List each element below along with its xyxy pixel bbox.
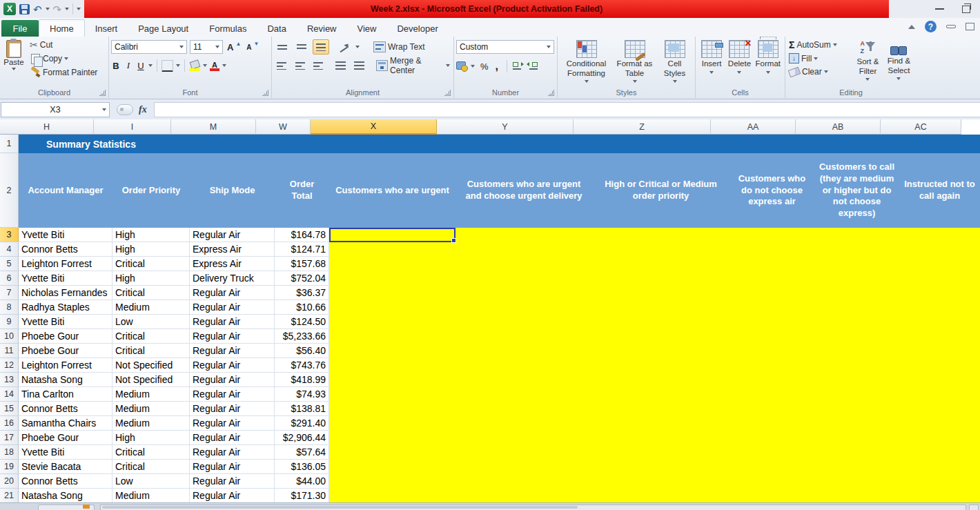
cell-H3[interactable]: Yvette Biti <box>19 228 112 242</box>
cell-I17[interactable]: High <box>112 431 190 445</box>
cell-AA12[interactable] <box>729 358 814 373</box>
cell-M19[interactable]: Regular Air <box>190 460 275 474</box>
cell-AC6[interactable] <box>899 271 980 286</box>
cell-AC5[interactable] <box>899 257 980 271</box>
cell-X6[interactable] <box>329 271 455 286</box>
cell-AA5[interactable] <box>729 257 814 271</box>
cell-Y9[interactable] <box>455 315 592 329</box>
row-header-15[interactable]: 15 <box>0 402 19 416</box>
cell-M9[interactable]: Regular Air <box>190 315 275 329</box>
cell-Z8[interactable] <box>592 300 729 315</box>
cell-W7[interactable]: $36.37 <box>275 286 329 300</box>
cell-AC8[interactable] <box>899 300 980 315</box>
tab-data[interactable]: Data <box>257 20 296 37</box>
cell-AA19[interactable] <box>729 460 814 474</box>
help-icon[interactable]: ? <box>925 21 937 32</box>
cell-H18[interactable]: Yvette Biti <box>19 445 112 460</box>
cell-AA10[interactable] <box>729 329 814 344</box>
row-header-14[interactable]: 14 <box>0 387 19 402</box>
orientation-button[interactable] <box>336 39 353 55</box>
cell-AB4[interactable] <box>814 242 899 257</box>
cell-I14[interactable]: Medium <box>112 387 190 402</box>
cell-Z10[interactable] <box>592 329 729 344</box>
workbook-minimize-icon[interactable] <box>946 25 956 28</box>
comma-style-button[interactable]: , <box>496 63 498 69</box>
cell-I15[interactable]: Medium <box>112 402 190 416</box>
increase-indent-button[interactable] <box>351 58 366 73</box>
cut-button[interactable]: ✂ Cut <box>28 39 99 51</box>
row-header-17[interactable]: 17 <box>0 431 19 445</box>
column-header-M[interactable]: M <box>171 119 256 135</box>
sort-filter-button[interactable]: AZ Sort & Filter <box>852 39 883 86</box>
cell-AB13[interactable] <box>814 373 899 387</box>
font-dialog-launcher-icon[interactable] <box>262 90 268 96</box>
cell-W17[interactable]: $2,906.44 <box>275 431 329 445</box>
cell-Z15[interactable] <box>592 402 729 416</box>
cell-Z9[interactable] <box>592 315 729 329</box>
cell-I13[interactable]: Not Specified <box>112 373 190 387</box>
middle-align-button[interactable] <box>293 39 310 55</box>
format-as-table-dropdown-icon[interactable] <box>633 80 637 83</box>
autosum-dropdown-icon[interactable] <box>833 43 837 46</box>
insert-function-icon[interactable]: fx <box>139 104 147 115</box>
column-header-Z[interactable]: Z <box>574 119 711 135</box>
font-name-combo[interactable]: Calibri <box>111 40 187 54</box>
fill-dropdown-icon[interactable] <box>814 57 818 60</box>
name-box-dropdown-icon[interactable] <box>102 108 106 111</box>
cell-AB8[interactable] <box>814 300 899 315</box>
cell-I20[interactable]: Low <box>112 474 190 489</box>
font-color-dropdown-icon[interactable] <box>222 64 226 67</box>
clear-button[interactable]: Clear <box>787 66 852 78</box>
cell-W6[interactable]: $752.04 <box>275 271 329 286</box>
row-header-2[interactable]: 2 <box>0 153 19 228</box>
row-header-19[interactable]: 19 <box>0 460 19 474</box>
cell-H4[interactable]: Connor Betts <box>19 242 112 257</box>
cell-AA14[interactable] <box>729 387 814 402</box>
cell-M4[interactable]: Express Air <box>190 242 275 257</box>
fill-button[interactable]: ↓ Fill <box>787 52 852 64</box>
row-header-4[interactable]: 4 <box>0 242 19 257</box>
align-right-button[interactable] <box>311 58 326 73</box>
cell-AB5[interactable] <box>814 257 899 271</box>
row-header-9[interactable]: 9 <box>0 315 19 329</box>
cell-AB14[interactable] <box>814 387 899 402</box>
cell-X9[interactable] <box>329 315 455 329</box>
cell-I3[interactable]: High <box>112 228 190 242</box>
tab-review[interactable]: Review <box>297 20 347 37</box>
cell-M8[interactable]: Regular Air <box>190 300 275 315</box>
cell-AB16[interactable] <box>814 416 899 431</box>
collapse-ribbon-icon[interactable] <box>908 25 915 29</box>
excel-logo-icon[interactable]: X <box>3 3 16 15</box>
cell-AA3[interactable] <box>729 228 814 242</box>
cell-I11[interactable]: Critical <box>112 344 190 358</box>
cell-Y3[interactable] <box>455 228 592 242</box>
cell-H6[interactable]: Yvette Biti <box>19 271 112 286</box>
alignment-dialog-launcher-icon[interactable] <box>444 90 451 96</box>
cell-M16[interactable]: Regular Air <box>190 416 275 431</box>
orientation-dropdown-icon[interactable] <box>355 46 360 48</box>
row-header-13[interactable]: 13 <box>0 373 19 387</box>
cell-X5[interactable] <box>329 257 455 271</box>
column-header-AA[interactable]: AA <box>711 119 796 135</box>
cell-Z12[interactable] <box>592 358 729 373</box>
conditional-formatting-dropdown-icon[interactable] <box>585 80 589 83</box>
cell-W12[interactable]: $743.76 <box>275 358 329 373</box>
tab-page-layout[interactable]: Page Layout <box>128 20 199 37</box>
cell-X8[interactable] <box>329 300 455 315</box>
cell-AC20[interactable] <box>899 474 980 489</box>
cell-X20[interactable] <box>329 474 455 489</box>
cell-AC12[interactable] <box>899 358 980 373</box>
tab-view[interactable]: View <box>347 20 387 37</box>
cell-Y8[interactable] <box>455 300 592 315</box>
cell-Z5[interactable] <box>592 257 729 271</box>
cell-H14[interactable]: Tina Carlton <box>19 387 112 402</box>
cell-styles-button[interactable]: Cell Styles <box>658 39 692 86</box>
cell-H16[interactable]: Samantha Chairs <box>19 416 112 431</box>
cell-M6[interactable]: Delivery Truck <box>190 271 275 286</box>
cell-AA9[interactable] <box>729 315 814 329</box>
cell-M10[interactable]: Regular Air <box>190 329 275 344</box>
cell-W5[interactable]: $157.68 <box>275 257 329 271</box>
minimize-icon[interactable] <box>935 8 944 10</box>
format-as-table-button[interactable]: Format as Table <box>615 39 655 86</box>
row-header-3[interactable]: 3 <box>0 228 19 242</box>
